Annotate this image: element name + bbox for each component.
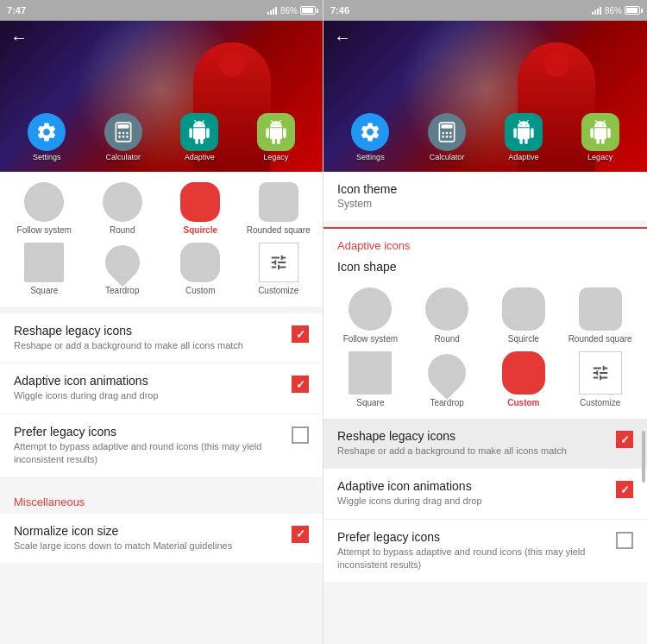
right-shape-label-square: Square: [356, 398, 384, 408]
svg-point-10: [122, 136, 124, 138]
right-checkbox-reshape[interactable]: ✓: [616, 431, 633, 448]
right-icon-calculator: Calculator: [428, 113, 466, 161]
left-toggle-reshape[interactable]: Reshape legacy icons Reshape or add a ba…: [0, 313, 323, 363]
right-signal-icon: [592, 6, 602, 15]
right-adaptive-label: Adaptive: [508, 153, 538, 161]
left-toggle-legacy[interactable]: Prefer legacy icons Attempt to bypass ad…: [0, 414, 323, 478]
right-shape-custom[interactable]: Custom: [487, 351, 561, 408]
right-checkmark-animation: ✓: [620, 483, 630, 496]
right-checkbox-animation[interactable]: ✓: [616, 481, 633, 498]
left-shape-label-squircle: Squircle: [184, 225, 217, 236]
right-toggle-legacy[interactable]: Prefer legacy icons Attempt to bypass ad…: [324, 520, 647, 584]
left-settings-label: Settings: [33, 153, 61, 161]
left-shape-preview-round: [103, 182, 142, 222]
right-toggle-legacy-title: Prefer legacy icons: [337, 530, 606, 544]
right-shape-preview-custom: [502, 351, 545, 395]
right-customize-icon: [579, 351, 622, 395]
left-icon-legacy: Legacy: [257, 113, 295, 161]
right-android-icon: [512, 120, 536, 144]
left-icon-adaptive: Adaptive: [180, 113, 218, 161]
left-battery-icon: [300, 6, 316, 15]
left-checkbox-reshape[interactable]: ✓: [292, 325, 309, 343]
right-shape-teardrop[interactable]: Teardrop: [411, 351, 484, 408]
right-shape-teardrop-wrap: [425, 351, 468, 395]
right-toggle-animation-title: Adaptive icon animations: [337, 479, 606, 493]
right-hero-area: ← Settings: [324, 21, 647, 172]
right-calculator-icon-circle: [428, 113, 466, 151]
left-shape-custom[interactable]: Custom: [163, 243, 238, 296]
right-checkbox-legacy[interactable]: [616, 532, 633, 549]
right-shape-grid: Follow system Round Squircle Rounded squ…: [324, 281, 647, 415]
left-shape-follow-system[interactable]: Follow system: [7, 182, 82, 236]
left-shape-teardrop[interactable]: Teardrop: [85, 243, 160, 296]
left-toggle-reshape-text: Reshape legacy icons Reshape or add a ba…: [14, 324, 292, 352]
left-back-button[interactable]: ←: [10, 28, 28, 47]
right-settings-icon-circle: [351, 113, 389, 151]
svg-rect-2: [273, 9, 274, 15]
right-shape-preview-rounded: [579, 287, 622, 331]
right-content-area: Icon theme System Adaptive icons Icon sh…: [324, 172, 647, 644]
right-toggle-reshape[interactable]: Reshape legacy icons Reshape or add a ba…: [324, 419, 647, 469]
svg-point-9: [118, 136, 121, 138]
right-panel: 7:46 86% ← Settings: [324, 0, 647, 644]
left-misc-title: Miscellaneous: [14, 496, 85, 508]
right-shape-preview-squircle: [502, 287, 545, 331]
left-app-icons-row: Settings Calculator: [0, 113, 323, 161]
svg-rect-17: [442, 124, 453, 128]
right-shape-label-rounded: Rounded square: [568, 334, 632, 344]
left-shape-label-rounded: Rounded square: [247, 225, 311, 236]
svg-rect-5: [117, 124, 129, 128]
left-checkbox-legacy[interactable]: [292, 426, 309, 444]
left-divider-2: [0, 478, 323, 485]
svg-point-23: [449, 136, 452, 138]
left-shape-rounded-square[interactable]: Rounded square: [242, 182, 317, 236]
right-back-button[interactable]: ←: [334, 28, 351, 47]
right-shape-follow-system[interactable]: Follow system: [334, 287, 407, 344]
left-shape-preview-teardrop: [97, 238, 147, 287]
right-settings-label: Settings: [356, 153, 385, 161]
left-shape-squircle[interactable]: Squircle: [163, 182, 238, 236]
left-checkmark-normalize: ✓: [296, 527, 305, 540]
android-icon: [187, 120, 211, 144]
left-shape-preview-squircle: [180, 182, 220, 222]
svg-rect-3: [275, 7, 277, 15]
calculator-icon-circle: [104, 113, 142, 151]
right-status-bar: 7:46 86%: [324, 0, 647, 21]
left-legacy-label: Legacy: [263, 153, 288, 161]
right-toggle-animation[interactable]: Adaptive icon animations Wiggle icons du…: [324, 469, 647, 519]
left-shape-label-customize: Customize: [258, 286, 298, 296]
left-normalize-title: Normalize icon size: [14, 524, 281, 538]
svg-point-18: [442, 132, 444, 135]
left-shape-label-custom: Custom: [185, 286, 215, 296]
svg-rect-14: [597, 9, 599, 15]
left-shape-square[interactable]: Square: [7, 243, 82, 296]
svg-rect-0: [267, 12, 269, 15]
right-time: 7:46: [330, 5, 349, 16]
left-status-bar: 7:47 86%: [0, 0, 323, 21]
left-shape-round[interactable]: Round: [85, 182, 160, 236]
right-scrollbar: [642, 431, 645, 483]
left-checkbox-animation[interactable]: ✓: [292, 376, 309, 393]
left-battery-text: 86%: [280, 6, 298, 16]
left-toggle-animation[interactable]: Adaptive icon animations Wiggle icons du…: [0, 363, 323, 414]
right-status-right: 86%: [592, 6, 640, 16]
left-icon-calculator: Calculator: [104, 113, 142, 161]
right-sliders-icon: [591, 363, 610, 382]
icon-theme-section: Icon theme System: [324, 172, 647, 220]
left-checkbox-normalize[interactable]: ✓: [292, 526, 309, 543]
right-icon-settings: Settings: [351, 113, 389, 161]
right-checkmark-reshape: ✓: [620, 433, 630, 446]
left-normalize-item[interactable]: Normalize icon size Scale large icons do…: [0, 513, 323, 563]
right-shape-square[interactable]: Square: [334, 351, 407, 408]
right-shape-squircle[interactable]: Squircle: [487, 287, 561, 344]
right-shape-round[interactable]: Round: [411, 287, 484, 344]
left-toggle-animation-title: Adaptive icon animations: [14, 374, 281, 388]
right-shape-rounded-square[interactable]: Rounded square: [563, 287, 637, 344]
left-normalize-text: Normalize icon size Scale large icons do…: [14, 524, 292, 552]
legacy-android-icon: [264, 120, 288, 144]
left-toggle-legacy-title: Prefer legacy icons: [14, 425, 281, 439]
left-shape-customize[interactable]: Customize: [242, 243, 317, 296]
right-shape-customize[interactable]: Customize: [563, 351, 637, 408]
left-toggle-animation-subtitle: Wiggle icons during drag and drop: [14, 389, 281, 402]
left-shape-preview-square: [24, 243, 64, 282]
